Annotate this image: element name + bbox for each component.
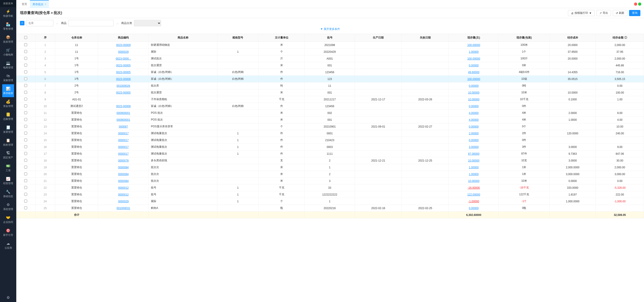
cell-0-0[interactable] xyxy=(16,42,35,49)
row-checkbox-16[interactable] xyxy=(24,152,27,155)
row-checkbox-2[interactable] xyxy=(24,57,27,60)
cell-4-3[interactable]: 0023-00005 xyxy=(98,69,148,76)
cell-24-0[interactable] xyxy=(16,205,35,212)
category-select[interactable] xyxy=(134,20,161,26)
cell-8-3[interactable] xyxy=(98,96,148,103)
cell-22-10[interactable]: 122.00000 xyxy=(449,191,499,198)
cell-13-0[interactable] xyxy=(16,130,35,137)
row-checkbox-15[interactable] xyxy=(24,145,27,148)
cell-12-10[interactable]: 0.00000 xyxy=(449,123,499,130)
row-checkbox-13[interactable] xyxy=(24,132,27,134)
cell-1-3[interactable]: 0000029 xyxy=(98,49,148,55)
row-checkbox-21[interactable] xyxy=(24,186,27,189)
row-checkbox-12[interactable] xyxy=(24,125,27,128)
sidebar-item-retail[interactable]: 🏪零售管理 xyxy=(2,20,14,33)
sidebar-item-quick-nav[interactable]: ⚡快捷导航 xyxy=(2,7,14,20)
sidebar-item-cloud[interactable]: ☁云应用 xyxy=(2,239,14,252)
row-checkbox-4[interactable] xyxy=(24,70,27,73)
cell-11-10[interactable]: 4.00000 xyxy=(449,116,499,123)
row-checkbox-11[interactable] xyxy=(24,118,27,121)
goods-input[interactable] xyxy=(68,20,114,26)
cell-14-0[interactable] xyxy=(16,137,35,144)
table-container[interactable]: 序仓库名称商品编码商品名称规格型号主计量单位批号生产日期失效日期现存量(主)现存… xyxy=(16,34,644,302)
cell-9-10[interactable]: 0.00000 xyxy=(449,103,499,110)
sidebar-item-inventory[interactable]: 📊库存核算 xyxy=(2,84,14,97)
row-checkbox-9[interactable] xyxy=(24,104,27,107)
row-checkbox-24[interactable] xyxy=(24,206,27,209)
row-checkbox-7[interactable] xyxy=(24,91,27,94)
cell-19-3[interactable]: 0000084 xyxy=(98,171,148,178)
cell-8-10[interactable]: 10.00000 xyxy=(449,96,499,103)
expand-button[interactable]: > xyxy=(20,21,24,25)
window-max-btn[interactable] xyxy=(638,3,641,6)
sidebar-item-newbie[interactable]: 🎯新手引导 xyxy=(2,226,14,239)
cell-10-0[interactable] xyxy=(16,110,35,116)
cell-15-3[interactable]: 0000017 xyxy=(98,144,148,150)
row-checkbox-17[interactable] xyxy=(24,159,27,162)
print-button[interactable]: 🖨 按模版打印 ▼ xyxy=(568,10,595,16)
cell-18-0[interactable] xyxy=(16,164,35,171)
cell-3-3[interactable]: 0023-00005 xyxy=(98,62,148,69)
cell-24-3[interactable]: 001000031 xyxy=(98,205,148,212)
cell-12-0[interactable] xyxy=(16,123,35,130)
sidebar-item-tax[interactable]: 📋税务管理 xyxy=(2,136,14,149)
cell-21-3[interactable]: 0000012 xyxy=(98,184,148,191)
cell-7-3[interactable]: 0023-00005 xyxy=(98,89,148,96)
cell-21-0[interactable] xyxy=(16,184,35,191)
cell-21-10[interactable]: -16.00000 xyxy=(449,184,499,191)
cell-23-3[interactable]: 0000029 xyxy=(98,198,148,205)
cell-5-0[interactable] xyxy=(16,76,35,82)
window-close-btn[interactable] xyxy=(634,3,637,6)
cell-9-0[interactable] xyxy=(16,103,35,110)
refresh-button[interactable]: ↺ 刷新 xyxy=(613,10,627,16)
cell-5-10[interactable]: 100.00000 xyxy=(449,76,499,82)
row-checkbox-8[interactable] xyxy=(24,98,27,101)
sidebar-logo[interactable]: 搜索菜单 xyxy=(0,0,16,7)
row-checkbox-14[interactable] xyxy=(24,138,27,141)
sidebar-item-corp[interactable]: 🤝企业协同 xyxy=(2,213,14,226)
sidebar-item-invoice[interactable]: 🧾发票管理 xyxy=(2,123,14,136)
row-checkbox-22[interactable] xyxy=(24,193,27,196)
row-checkbox-20[interactable] xyxy=(24,179,27,182)
cell-9-3[interactable]: 0023-00008 xyxy=(98,103,148,110)
sidebar-item-basic[interactable]: 🔧基础信息 xyxy=(2,187,14,200)
export-button[interactable]: ↗ 导出 xyxy=(596,10,611,16)
cell-10-3[interactable]: 000900001 xyxy=(98,110,148,116)
row-checkbox-6[interactable] xyxy=(24,84,27,87)
cell-2-3[interactable]: 0023-0000... xyxy=(98,55,148,62)
cell-4-10[interactable]: 49.60000 xyxy=(449,69,499,76)
cell-16-3[interactable]: 0000017 xyxy=(98,150,148,157)
cell-22-0[interactable] xyxy=(16,191,35,198)
cell-19-0[interactable] xyxy=(16,171,35,178)
sidebar-item-asset[interactable]: 💰资金管理 xyxy=(2,97,14,110)
row-checkbox-3[interactable] xyxy=(24,64,27,67)
cell-20-10[interactable]: 10.00000 xyxy=(449,178,499,184)
cell-17-3[interactable]: 0000078 xyxy=(98,157,148,164)
cell-5-3[interactable]: 0023-00008 xyxy=(98,76,148,82)
cell-2-0[interactable] xyxy=(16,55,35,62)
warehouse-input[interactable] xyxy=(26,20,54,26)
cell-2-10[interactable]: 100.00000 xyxy=(449,55,499,62)
cell-0-10[interactable]: 100.00000 xyxy=(449,42,499,49)
row-checkbox-5[interactable] xyxy=(24,77,27,80)
cell-18-3[interactable]: 0000084 xyxy=(98,164,148,171)
cell-4-0[interactable] xyxy=(16,69,35,76)
cell-23-0[interactable] xyxy=(16,198,35,205)
cell-17-10[interactable]: 10.00000 xyxy=(449,157,499,164)
cell-10-10[interactable]: 4.00000 xyxy=(449,110,499,116)
row-checkbox-23[interactable] xyxy=(24,200,27,203)
cell-7-0[interactable] xyxy=(16,89,35,96)
cell-14-3[interactable]: 0000017 xyxy=(98,137,148,144)
cell-15-10[interactable]: 3.00000 xyxy=(449,144,499,150)
cell-18-10[interactable]: 1.00000 xyxy=(449,164,499,171)
cell-19-10[interactable]: 1.00000 xyxy=(449,171,499,178)
cell-14-10[interactable]: 0.00000 xyxy=(449,137,499,144)
cell-1-10[interactable]: 1.00000 xyxy=(449,49,499,55)
row-checkbox-1[interactable] xyxy=(24,50,27,53)
row-checkbox-10[interactable] xyxy=(24,111,27,114)
cell-1-0[interactable] xyxy=(16,49,35,55)
sidebar-item-ops[interactable]: 📈经营管理 xyxy=(2,175,14,187)
cell-24-10[interactable]: 0.00000 xyxy=(449,205,499,212)
cell-12-3[interactable]: 000097 xyxy=(98,123,148,130)
expand-conditions[interactable]: ▼ 展开更多条件 xyxy=(20,26,640,32)
